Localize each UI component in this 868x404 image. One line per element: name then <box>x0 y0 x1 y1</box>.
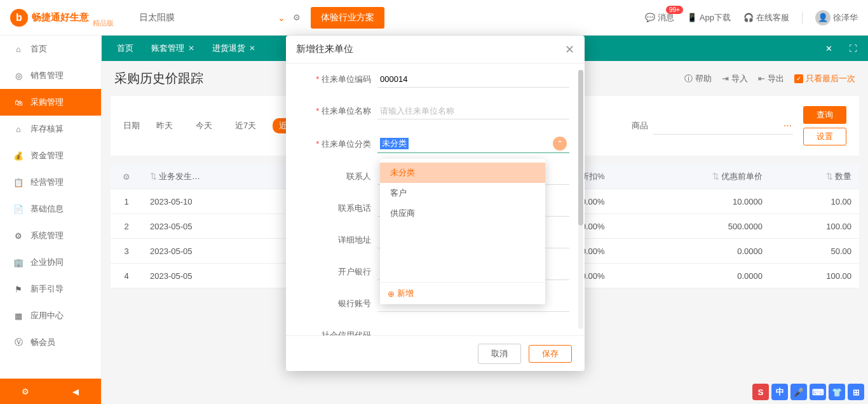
username: 徐泽华 <box>833 12 858 24</box>
clipboard-icon: 📋 <box>13 177 24 188</box>
fullscreen-button[interactable]: ⛶ <box>844 39 862 57</box>
modal-header: 新增往来单位 ✕ <box>286 36 585 64</box>
dropdown-item-uncategorized[interactable]: 未分类 <box>380 163 545 183</box>
sidebar-item-apps[interactable]: ▦应用中心 <box>0 302 101 329</box>
row-index: 2 <box>111 214 142 239</box>
user-menu[interactable]: 👤 徐泽华 <box>815 10 858 25</box>
vip-icon: Ⓥ <box>13 337 24 348</box>
app-download-link[interactable]: 📱 App下载 <box>687 12 731 24</box>
sidebar-item-sales[interactable]: ◎销售管理 <box>0 62 101 89</box>
ime-voice-button[interactable]: 🎤 <box>790 384 807 400</box>
sidebar-item-home[interactable]: ⌂首页 <box>0 36 101 62</box>
ime-skin-button[interactable]: 👕 <box>829 384 845 400</box>
sidebar-item-funds[interactable]: 💰资金管理 <box>0 142 101 169</box>
scrollbar[interactable] <box>578 70 583 329</box>
chevron-up-icon[interactable]: ⌃ <box>553 137 567 151</box>
gear-icon[interactable]: ⚙ <box>293 13 301 22</box>
ime-keyboard-button[interactable]: ⌨ <box>810 384 826 400</box>
ime-lang-button[interactable]: 中 <box>771 384 788 400</box>
tab-home[interactable]: 首页 <box>108 36 142 61</box>
help-link[interactable]: ⓘ帮助 <box>684 73 712 84</box>
phone-label: 联系电话 <box>301 203 377 214</box>
msg-badge: 99+ <box>666 6 683 14</box>
collapse-icon: ◀ <box>72 387 79 396</box>
close-icon[interactable]: ✕ <box>249 36 255 61</box>
settings-button[interactable]: 设置 <box>803 128 846 145</box>
tab-purchase-return[interactable]: 进货退货✕ <box>203 36 264 61</box>
gear-icon: ⚙ <box>13 230 24 241</box>
scrollbar-thumb[interactable] <box>578 70 583 226</box>
close-icon[interactable]: ✕ <box>188 36 194 61</box>
cell-price: 0.0000 <box>613 264 770 288</box>
dropdown-add-button[interactable]: ⊕ 新增 <box>380 282 545 304</box>
row-index: 3 <box>111 239 142 264</box>
sidebar-collapse-button[interactable]: ◀ <box>51 379 102 404</box>
row-index: 4 <box>111 264 142 288</box>
tab-accounts[interactable]: 账套管理✕ <box>142 36 203 61</box>
account-label: 银行账号 <box>301 298 377 309</box>
sidebar: ⌂首页 ◎销售管理 🛍采购管理 ⌂库存核算 💰资金管理 📋经营管理 📄基础信息 … <box>0 36 102 404</box>
credit-input[interactable] <box>377 327 569 335</box>
cell-price: 500.0000 <box>613 214 770 239</box>
name-label: 往来单位名称 <box>301 105 377 117</box>
sidebar-item-purchase[interactable]: 🛍采购管理 <box>0 89 101 116</box>
col-price[interactable]: ⇅优惠前单价 <box>613 165 770 189</box>
export-link[interactable]: ⇤导出 <box>758 73 784 84</box>
category-value: 未分类 <box>380 138 409 149</box>
address-label: 详细地址 <box>301 234 377 246</box>
experience-button[interactable]: 体验行业方案 <box>311 7 384 29</box>
sidebar-settings-button[interactable]: ⚙ <box>0 379 51 404</box>
ime-toolbox-button[interactable]: ⊞ <box>848 384 864 400</box>
close-all-tabs-button[interactable]: ✕ <box>820 39 837 57</box>
cell-qty: 10.00 <box>770 189 859 214</box>
cancel-button[interactable]: 取消 <box>478 344 521 364</box>
sidebar-item-guide[interactable]: ⚑新手引导 <box>0 276 101 302</box>
messages-link[interactable]: 💬 消息 99+ <box>645 12 674 24</box>
save-button[interactable]: 保存 <box>529 345 572 363</box>
sidebar-item-system[interactable]: ⚙系统管理 <box>0 222 101 249</box>
cell-date: 2023-05-05 <box>142 264 300 288</box>
col-date[interactable]: ⇅业务发生… <box>142 165 300 189</box>
code-input[interactable] <box>377 71 569 88</box>
modal-close-button[interactable]: ✕ <box>565 43 574 57</box>
sidebar-item-operations[interactable]: 📋经营管理 <box>0 169 101 196</box>
contact-label: 联系人 <box>301 171 377 182</box>
dropdown-item-customer[interactable]: 客户 <box>380 183 545 203</box>
sort-icon: ⇅ <box>150 172 157 181</box>
date-yesterday[interactable]: 昨天 <box>150 118 179 133</box>
more-icon[interactable]: ⋯ <box>783 121 793 130</box>
doc-icon: 📄 <box>13 203 24 215</box>
business-unit-select[interactable]: 日太阳膜 ⌄ <box>139 12 285 24</box>
sidebar-item-base-info[interactable]: 📄基础信息 <box>0 196 101 222</box>
house-icon: ⌂ <box>13 123 24 135</box>
ime-sogou-icon[interactable]: S <box>752 384 769 400</box>
sort-icon: ⇅ <box>712 172 719 181</box>
sort-icon: ⇅ <box>826 172 833 181</box>
cell-qty: 50.00 <box>770 239 859 264</box>
import-link[interactable]: ⇥导入 <box>722 73 748 84</box>
name-input[interactable] <box>377 103 569 119</box>
sidebar-item-vip[interactable]: Ⓥ畅会员 <box>0 329 101 356</box>
cell-date: 2023-05-05 <box>142 239 300 264</box>
only-last-checkbox[interactable]: ✓只看最后一次 <box>794 73 855 84</box>
sales-icon: ◎ <box>13 70 24 81</box>
category-select[interactable]: 未分类 ⌃ <box>377 135 569 153</box>
cell-qty: 100.00 <box>770 214 859 239</box>
modal-title: 新增往来单位 <box>296 43 353 55</box>
customer-service-link[interactable]: 🎧 在线客服 <box>743 12 789 24</box>
credit-label: 社会信用代码 <box>301 330 377 335</box>
col-qty[interactable]: ⇅数量 <box>770 165 859 189</box>
flag-icon: ⚑ <box>13 283 24 295</box>
divider <box>802 11 803 24</box>
query-button[interactable]: 查询 <box>803 106 846 124</box>
dropdown-item-vendor[interactable]: 供应商 <box>380 203 545 224</box>
config-header[interactable]: ⚙ <box>111 165 142 189</box>
date-7days[interactable]: 近7天 <box>229 118 262 133</box>
goods-select[interactable]: ⋯ <box>653 117 793 135</box>
sidebar-item-inventory[interactable]: ⌂库存核算 <box>0 116 101 142</box>
date-today[interactable]: 今天 <box>189 118 219 133</box>
chevron-down-icon: ⌄ <box>278 13 285 23</box>
sidebar-item-collab[interactable]: 🏢企业协同 <box>0 249 101 276</box>
header-right: 💬 消息 99+ 📱 App下载 🎧 在线客服 👤 徐泽华 <box>645 10 858 25</box>
ime-toolbar: S 中 🎤 ⌨ 👕 ⊞ <box>752 384 864 400</box>
